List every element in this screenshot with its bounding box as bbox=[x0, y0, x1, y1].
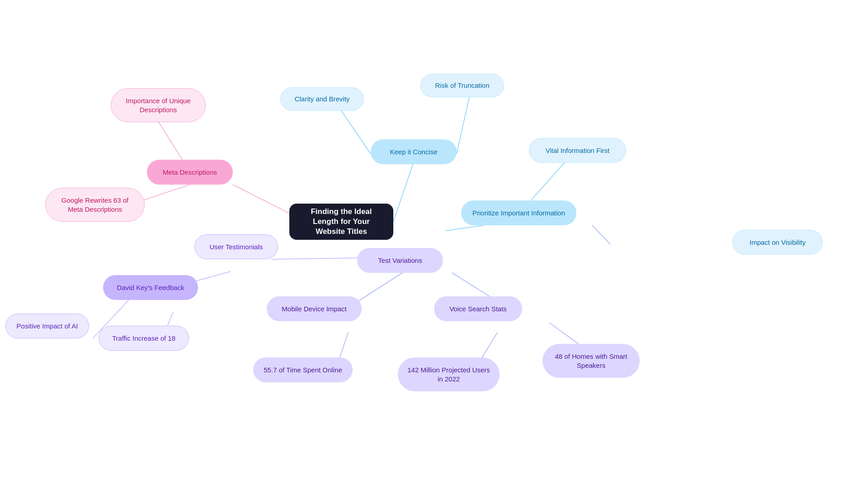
google-rewrites-node[interactable]: Google Rewrites 63 of Meta Descriptions bbox=[45, 188, 145, 222]
importance-unique-node[interactable]: Importance of Unique Descriptions bbox=[111, 88, 206, 122]
voice-search-node[interactable]: Voice Search Stats bbox=[434, 296, 522, 321]
projected-users-node[interactable]: 142 Million Projected Users in 2022 bbox=[398, 357, 500, 391]
keep-concise-node[interactable]: Keep it Concise bbox=[371, 139, 457, 164]
prioritize-info-node[interactable]: Prioritize Important Information bbox=[461, 200, 576, 225]
clarity-brevity-node[interactable]: Clarity and Brevity bbox=[280, 87, 364, 111]
meta-descriptions-node[interactable]: Meta Descriptions bbox=[147, 160, 233, 185]
mind-map: Finding the Ideal Length for Your Websit… bbox=[0, 0, 868, 490]
positive-impact-node[interactable]: Positive Impact of AI bbox=[5, 314, 89, 338]
center-node[interactable]: Finding the Ideal Length for Your Websit… bbox=[289, 204, 393, 240]
smart-speakers-node[interactable]: 48 of Homes with Smart Speakers bbox=[542, 344, 640, 378]
user-testimonials-node[interactable]: User Testimonials bbox=[194, 234, 278, 259]
mobile-impact-node[interactable]: Mobile Device Impact bbox=[267, 296, 362, 321]
impact-visibility-node[interactable]: Impact on Visibility bbox=[732, 230, 823, 255]
svg-line-9 bbox=[271, 258, 362, 259]
svg-line-5 bbox=[457, 97, 469, 154]
risk-truncation-node[interactable]: Risk of Truncation bbox=[420, 74, 504, 97]
svg-line-4 bbox=[341, 111, 371, 154]
david-keys-node[interactable]: David Key's Feedback bbox=[103, 275, 198, 300]
time-spent-node[interactable]: 55.7 of Time Spent Online bbox=[253, 357, 353, 382]
traffic-increase-node[interactable]: Traffic Increase of 18 bbox=[99, 326, 189, 351]
vital-info-node[interactable]: Vital Information First bbox=[529, 138, 626, 163]
svg-line-6 bbox=[445, 225, 484, 231]
svg-line-3 bbox=[393, 162, 414, 222]
svg-line-8 bbox=[592, 225, 610, 244]
test-variations-node[interactable]: Test Variations bbox=[357, 248, 443, 273]
